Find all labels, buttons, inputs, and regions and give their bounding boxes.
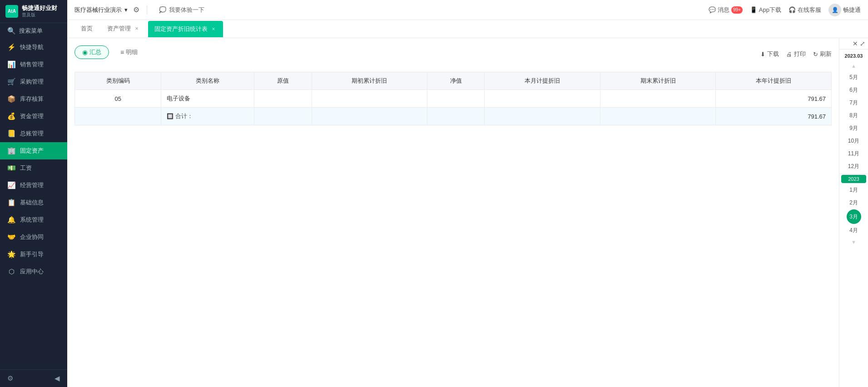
month-1[interactable]: 1月 <box>841 184 866 196</box>
sidebar-header: AtA 畅捷通好业财 普及版 <box>0 0 67 23</box>
month-12[interactable]: 12月 <box>841 160 866 173</box>
tab-depreciation-report[interactable]: 固定资产折旧统计表 × <box>148 21 223 37</box>
company-selector[interactable]: 医疗器械行业演示 ▾ <box>74 6 128 14</box>
scroll-down-button[interactable]: ▼ <box>841 237 866 247</box>
total-label-cell: 🔲 合计： <box>161 108 254 125</box>
sidebar-item-fixed-assets[interactable]: 🏢 固定资产 <box>0 142 67 159</box>
table-row: 05 电子设备 791.67 <box>75 90 832 108</box>
cell-name: 电子设备 <box>161 90 254 108</box>
refresh-button[interactable]: ↻ 刷新 <box>813 50 832 58</box>
col-original: 原值 <box>254 72 312 90</box>
right-panel: ✕ ⤢ 2023.03 ▲ 5月 6月 7月 8月 9月 10月 11月 12月… <box>839 38 868 387</box>
sidebar-title: 畅捷通好业财 <box>22 5 57 12</box>
detail-icon: ≡ <box>120 49 124 56</box>
month-2[interactable]: 2月 <box>841 197 866 209</box>
sidebar-item-label: 基础信息 <box>20 198 44 207</box>
sidebar-item-search[interactable]: 🔍 搜索菜单 <box>0 23 67 39</box>
guide-icon: 🌟 <box>7 250 15 258</box>
sidebar-item-label: 新手引导 <box>20 250 44 258</box>
total-code-cell <box>75 108 161 125</box>
topbar-right: 💬 消息 99+ 📱 App下载 🎧 在线客服 👤 畅捷通 <box>709 4 861 16</box>
cell-initial-accum <box>312 90 427 108</box>
sidebar-item-label: 快捷导航 <box>20 43 44 51</box>
download-button[interactable]: ⬇ 下载 <box>760 50 779 58</box>
download-label: 下载 <box>767 50 779 58</box>
col-end-accum: 期末累计折旧 <box>600 72 716 90</box>
sidebar-menu: 🔍 搜索菜单 ⚡ 快捷导航 📊 销售管理 🛒 采购管理 📦 库存核算 💰 资金管… <box>0 23 67 369</box>
message-icon: 💬 <box>709 6 716 13</box>
cell-code: 05 <box>75 90 161 108</box>
col-code: 类别编码 <box>75 72 161 90</box>
tab-asset-management[interactable]: 资产管理 × <box>101 21 146 37</box>
month-10[interactable]: 10月 <box>841 135 866 147</box>
message-button[interactable]: 💬 消息 99+ <box>709 6 743 14</box>
month-11[interactable]: 11月 <box>841 148 866 160</box>
sidebar-item-purchase[interactable]: 🛒 采购管理 <box>0 73 67 90</box>
download-icon: ⬇ <box>760 51 765 58</box>
collapse-icon[interactable]: ◀ <box>55 374 60 382</box>
content-area: ◉ 汇总 ≡ 明细 ⬇ 下载 🖨 打印 <box>67 38 868 387</box>
payroll-icon: 💵 <box>7 164 15 172</box>
expand-icon[interactable]: ⤢ <box>860 40 865 47</box>
experience-button[interactable]: 💭 我要体验一下 <box>154 4 209 16</box>
tabs-nav: 首页 资产管理 × 固定资产折旧统计表 × <box>67 20 868 38</box>
print-button[interactable]: 🖨 打印 <box>786 50 806 58</box>
print-label: 打印 <box>794 50 806 58</box>
sidebar-item-enterprise[interactable]: 🤝 企业协同 <box>0 228 67 246</box>
main-content: ◉ 汇总 ≡ 明细 ⬇ 下载 🖨 打印 <box>67 38 839 387</box>
sidebar-item-basics[interactable]: 📋 基础信息 <box>0 194 67 211</box>
date-scroll: 2023.03 ▲ 5月 6月 7月 8月 9月 10月 11月 12月 202… <box>839 50 868 249</box>
sidebar-item-finance[interactable]: 💰 资金管理 <box>0 108 67 125</box>
user-menu[interactable]: 👤 畅捷通 <box>828 4 861 16</box>
sidebar-item-sales[interactable]: 📊 销售管理 <box>0 56 67 73</box>
customer-service-button[interactable]: 🎧 在线客服 <box>789 6 821 14</box>
sub-tab-detail[interactable]: ≡ 明细 <box>113 45 145 59</box>
month-5[interactable]: 5月 <box>841 71 866 84</box>
enterprise-icon: 🤝 <box>7 233 15 241</box>
sidebar-item-guide[interactable]: 🌟 新手引导 <box>0 246 67 263</box>
col-initial-accum: 期初累计折旧 <box>312 72 427 90</box>
topbar: 医疗器械行业演示 ▾ ⚙ 💭 我要体验一下 💬 消息 99+ 📱 App下载 🎧… <box>67 0 868 20</box>
sidebar-item-system[interactable]: 🔔 系统管理 <box>0 211 67 228</box>
cell-current-year: 791.67 <box>716 90 832 108</box>
topbar-divider <box>147 5 147 15</box>
tab-depreciation-report-close[interactable]: × <box>210 26 217 32</box>
topbar-settings-icon[interactable]: ⚙ <box>133 5 139 14</box>
system-icon: 🔔 <box>7 216 15 224</box>
company-name: 医疗器械行业演示 <box>74 6 122 14</box>
sidebar-item-ledger[interactable]: 📒 总账管理 <box>0 125 67 142</box>
total-end-accum <box>600 108 716 125</box>
table-container: 类别编码 类别名称 原值 期初累计折旧 净值 本月计提折旧 期末累计折旧 本年计… <box>74 72 832 380</box>
tab-home[interactable]: 首页 <box>74 21 99 37</box>
app-download-icon: 📱 <box>750 6 757 13</box>
tab-depreciation-report-label: 固定资产折旧统计表 <box>154 25 208 33</box>
sidebar-item-inventory[interactable]: 📦 库存核算 <box>0 90 67 108</box>
settings-icon[interactable]: ⚙ <box>7 374 13 382</box>
month-4[interactable]: 4月 <box>841 224 866 237</box>
scroll-up-button[interactable]: ▲ <box>841 61 866 71</box>
tab-asset-management-close[interactable]: × <box>134 25 140 32</box>
app-download-button[interactable]: 📱 App下载 <box>750 6 781 14</box>
print-icon: 🖨 <box>786 51 792 58</box>
experience-icon: 💭 <box>159 6 166 13</box>
total-initial-accum <box>312 108 427 125</box>
sidebar-title-block: 畅捷通好业财 普及版 <box>22 5 57 18</box>
sidebar-item-payroll[interactable]: 💵 工资 <box>0 159 67 177</box>
month-7[interactable]: 7月 <box>841 97 866 109</box>
year-label-2023-03: 2023.03 <box>839 51 868 60</box>
close-icon[interactable]: ✕ <box>853 40 858 47</box>
sidebar-item-operations[interactable]: 📈 经营管理 <box>0 177 67 194</box>
month-6[interactable]: 6月 <box>841 84 866 96</box>
toolbar: ⬇ 下载 🖨 打印 ↻ 刷新 <box>760 50 832 58</box>
app-download-label: App下载 <box>759 6 781 14</box>
sidebar-item-label: 系统管理 <box>20 216 44 224</box>
total-label: 🔲 合计： <box>167 112 248 120</box>
month-3-active[interactable]: 3月 <box>847 209 861 224</box>
chevron-down-icon: ▾ <box>124 6 128 13</box>
sidebar-item-app-center[interactable]: ⬡ 应用中心 <box>0 263 67 280</box>
month-8[interactable]: 8月 <box>841 109 866 122</box>
sidebar-item-quick-nav[interactable]: ⚡ 快捷导航 <box>0 39 67 56</box>
operations-icon: 📈 <box>7 181 15 189</box>
sub-tab-summary[interactable]: ◉ 汇总 <box>74 45 109 59</box>
month-9[interactable]: 9月 <box>841 122 866 134</box>
